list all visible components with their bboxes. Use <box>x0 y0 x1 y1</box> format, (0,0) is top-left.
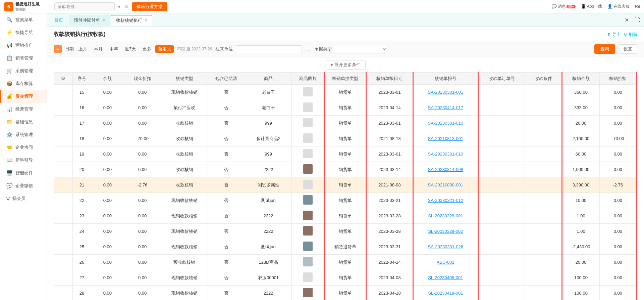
td-type: 现销收款核销 <box>161 208 208 224</box>
messages[interactable]: 💬 消息99+ <box>552 4 576 9</box>
tab-label: 预付冲应付单 <box>74 17 100 23</box>
td-product: 测试jun <box>245 239 292 255</box>
date-filter-group: 日期 上月 本月 本年 近7天 更多 自定义 <box>65 45 174 53</box>
close-window-icon[interactable]: ✕ <box>623 16 631 24</box>
td-bill-type: 销货单 <box>324 116 366 131</box>
td-included: 否 <box>208 100 245 116</box>
td-gear <box>54 286 73 300</box>
search-dropdown-icon[interactable]: ▾ <box>118 4 120 9</box>
td-bill-date: 2023-03-01 <box>366 85 413 100</box>
td-cash-discount: 0.00 <box>124 224 161 239</box>
td-write-off-discount: 0.00 <box>599 193 637 208</box>
td-bill-date: 2023-03-28 <box>366 224 413 239</box>
sidebar-item-企业微信[interactable]: 💬企业微信 <box>0 179 47 192</box>
th-product-img: 商品图片 <box>292 73 324 85</box>
sidebar-item-搜索菜单[interactable]: 🔍搜索菜单 <box>0 13 47 26</box>
sidebar-item-快捷导航[interactable]: ⚡快捷导航 <box>0 26 47 39</box>
tab-首页[interactable]: 首页 <box>50 15 68 26</box>
td-balance: 0.00 <box>91 270 124 286</box>
sidebar-item-企业协同[interactable]: 🤝企业协同 <box>0 141 47 154</box>
td-write-off-discount: 0.00 <box>599 224 637 239</box>
search-input[interactable] <box>54 2 115 11</box>
td-receipt-order <box>478 162 525 177</box>
app-download[interactable]: 📱 App下载 <box>581 4 602 9</box>
td-cash-discount: 0.00 <box>124 208 161 224</box>
sidebar-item-基础信息[interactable]: 📁基础信息 <box>0 116 47 128</box>
tab-label: 收款核销执行 <box>116 17 142 24</box>
td-cash-discount: 0.00 <box>124 239 161 255</box>
td-type: 收款核销 <box>161 116 208 131</box>
sidebar-item-销售管理[interactable]: 📋销售管理 <box>0 52 47 65</box>
td-write-off-discount: 0.00 <box>599 85 637 100</box>
td-bill-no: SA-20230301-001 <box>413 85 478 100</box>
td-type: 现销收款核销 <box>161 239 208 255</box>
td-no: 21 <box>72 177 91 193</box>
last-7days-option[interactable]: 近7天 <box>122 45 139 53</box>
td-bill-no: SA-20230321-012 <box>413 193 478 208</box>
td-product-img <box>292 286 324 300</box>
expand-more-button[interactable]: ▾ 展开更多条件 <box>326 60 366 70</box>
this-month-option[interactable]: 本月 <box>91 45 105 53</box>
tab-收款核销执行[interactable]: 收款核销执行✕ <box>111 15 152 26</box>
settings-icon[interactable]: ⚙ <box>124 3 128 10</box>
td-balance: 0.00 <box>91 286 124 300</box>
td-write-off-amount: 20.00 <box>562 255 599 270</box>
sidebar-item-系统管理[interactable]: ⚙️系统管理 <box>0 128 47 141</box>
sidebar-label: 采购管理 <box>15 68 33 74</box>
td-no: 15 <box>72 85 91 100</box>
partner-input[interactable] <box>235 45 302 53</box>
bill-type-select[interactable] <box>334 45 387 53</box>
td-receipt-cond <box>525 224 562 239</box>
sidebar-item-经营管理[interactable]: 📊经营管理 <box>0 103 47 116</box>
sidebar-item-畅会员[interactable]: V畅会员 <box>0 192 47 205</box>
expand-more-row: ▾ 展开更多条件 <box>47 57 644 72</box>
sidebar-item-资金管理[interactable]: 💰资金管理 <box>0 90 47 103</box>
table-row: 18 0.00 -70.00 收款核销 否 多计量商品2 销货单 2021-08… <box>54 131 637 146</box>
setting-button[interactable]: 设置 <box>619 44 637 54</box>
td-product-img <box>292 146 324 162</box>
sidebar-item-营销推广[interactable]: 📢营销推广 <box>0 39 47 52</box>
td-included: 否 <box>208 255 245 270</box>
query-button[interactable]: 查询 <box>594 44 615 54</box>
tab-close-icon[interactable]: ✕ <box>102 18 105 23</box>
td-bill-type: 销货单 <box>324 100 366 116</box>
filter-bar: » 日期 上月 本月 本年 近7天 更多 自定义 不限 至 2023-07-26… <box>47 41 644 57</box>
table-container: ⚙ 序号 余额 现金折扣 核销类型 包含已结清 商品 商品图片 核销单据类型 核… <box>47 72 644 300</box>
filter-toggle-btn[interactable]: » <box>54 45 62 53</box>
refresh-button[interactable]: ↻ 刷新 <box>624 32 637 38</box>
online-service[interactable]: 👤 在线客服 <box>607 4 630 9</box>
td-bill-date: 2023-04-08 <box>366 270 413 286</box>
tab-close-icon[interactable]: ✕ <box>144 18 148 23</box>
th-bill-no: 核销单报号 <box>413 73 478 85</box>
table-row: 28 0.00 0.00 现销收款核销 否 2222 销货单 2023-04-1… <box>54 286 637 300</box>
td-receipt-cond <box>525 146 562 162</box>
td-type: 收款核销 <box>161 162 208 177</box>
th-cash-discount: 现金折扣 <box>124 73 161 85</box>
td-write-off-discount: 0.00 <box>599 255 637 270</box>
td-bill-date: 2023-04-14 <box>366 100 413 116</box>
td-product-img <box>292 100 324 116</box>
custom-option[interactable]: 自定义 <box>155 45 174 53</box>
td-no: 20 <box>72 162 91 177</box>
sidebar-item-采购管理[interactable]: 🛒采购管理 <box>0 65 47 77</box>
last-month-option[interactable]: 上月 <box>76 45 90 53</box>
export-button[interactable]: ⬆ 导出 <box>607 32 621 38</box>
industry-btn[interactable]: 体验行业方案 <box>132 2 167 11</box>
table-row: 22 0.00 0.00 现销收款核销 否 测试jun 销货单 2023-03-… <box>54 193 637 208</box>
this-year-option[interactable]: 本年 <box>107 45 121 53</box>
tab-预付冲应付单[interactable]: 预付冲应付单✕ <box>69 15 110 26</box>
td-cash-discount: 0.00 <box>124 255 161 270</box>
sidebar-item-新手引导[interactable]: 📖新手引导 <box>0 154 47 167</box>
td-no: 17 <box>72 116 91 131</box>
expand-window-icon[interactable]: ⛶ <box>633 16 641 24</box>
sidebar-item-库存核算[interactable]: 📦库存核算 <box>0 77 47 90</box>
td-product: 老白干 <box>245 85 292 100</box>
sidebar-item-智能硬件[interactable]: 🖥️智能硬件 <box>0 167 47 179</box>
sidebar-label: 系统管理 <box>15 132 33 138</box>
td-write-off-amount: 1.00 <box>562 224 599 239</box>
product-image <box>303 211 313 220</box>
td-receipt-order <box>478 131 525 146</box>
gear-icon[interactable]: ⚙ <box>61 76 65 81</box>
more-option[interactable]: 更多 <box>140 45 154 53</box>
sidebar-icon: 📁 <box>6 119 13 125</box>
